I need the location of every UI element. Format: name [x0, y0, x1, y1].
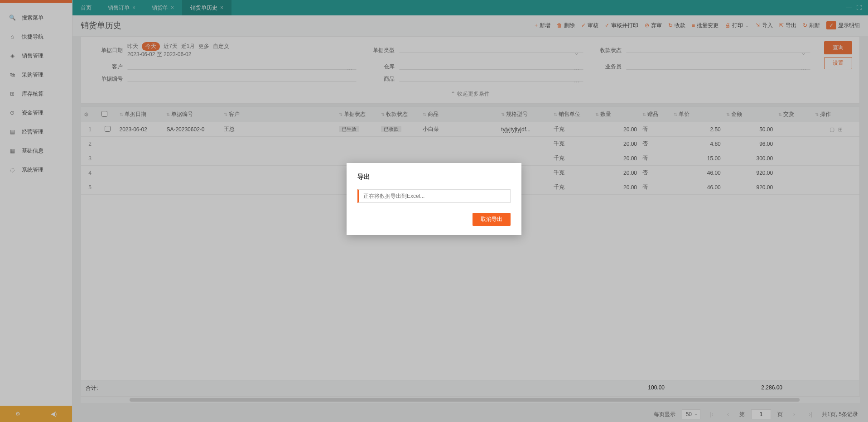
cancel-export-button[interactable]: 取消导出	[473, 213, 511, 226]
export-status-input	[357, 189, 511, 203]
modal-overlay: 导出 取消导出	[0, 0, 868, 422]
modal-title: 导出	[357, 173, 511, 181]
export-modal: 导出 取消导出	[347, 163, 521, 235]
